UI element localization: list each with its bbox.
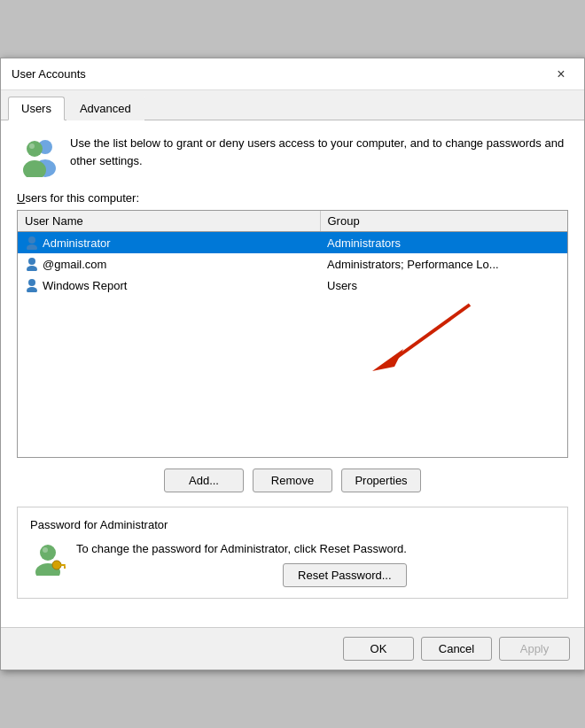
table-row[interactable]: Windows ReportUsers <box>18 275 567 296</box>
main-content: Use the list below to grant or deny user… <box>1 120 584 627</box>
action-buttons-row: Add... Remove Properties <box>17 469 568 492</box>
arrow-area <box>18 296 567 384</box>
svg-point-2 <box>27 141 43 157</box>
svg-point-9 <box>28 279 35 286</box>
remove-button[interactable]: Remove <box>253 469 332 492</box>
svg-rect-17 <box>59 564 66 566</box>
password-icon <box>30 540 66 576</box>
user-table: User Name Group AdministratorAdministrat… <box>18 211 567 296</box>
svg-point-6 <box>27 244 37 250</box>
user-row-icon <box>25 278 39 292</box>
close-button[interactable]: × <box>549 62 573 87</box>
svg-point-5 <box>28 236 35 244</box>
password-section-title: Password for Administrator <box>30 518 555 531</box>
svg-point-8 <box>27 266 37 271</box>
svg-marker-12 <box>372 349 403 371</box>
user-row-icon <box>25 236 39 250</box>
user-group: Users <box>320 275 567 296</box>
users-section-label: Users for this computer: <box>17 191 568 205</box>
dialog-footer: OK Cancel Apply <box>1 627 584 670</box>
reset-btn-container: Reset Password... <box>76 563 407 587</box>
info-text: Use the list below to grant or deny user… <box>70 135 568 169</box>
tab-users[interactable]: Users <box>8 97 65 120</box>
table-row[interactable]: AdministratorAdministrators <box>18 232 567 254</box>
user-row-icon <box>25 257 39 271</box>
info-section: Use the list below to grant or deny user… <box>17 135 568 177</box>
column-header-username: User Name <box>18 211 320 232</box>
password-inner: To change the password for Administrator… <box>30 540 555 587</box>
svg-point-7 <box>28 258 35 265</box>
password-text-area: To change the password for Administrator… <box>76 540 407 587</box>
table-row[interactable]: @gmail.comAdministrators; Performance Lo… <box>18 253 567 275</box>
user-group: Administrators <box>320 232 567 254</box>
add-button[interactable]: Add... <box>164 469 244 492</box>
title-bar: User Accounts × <box>1 58 584 90</box>
user-name: Windows Report <box>43 279 127 292</box>
user-table-container: User Name Group AdministratorAdministrat… <box>17 210 568 458</box>
svg-point-13 <box>40 545 56 561</box>
svg-point-10 <box>27 287 37 292</box>
cancel-button[interactable]: Cancel <box>421 637 492 661</box>
user-name: @gmail.com <box>43 258 106 271</box>
properties-button[interactable]: Properties <box>341 469 421 492</box>
password-text: To change the password for Administrator… <box>76 540 407 558</box>
window-title: User Accounts <box>12 67 86 81</box>
svg-rect-18 <box>64 566 66 569</box>
password-section: Password for Administrator To change the… <box>17 507 568 599</box>
apply-button[interactable]: Apply <box>499 637 570 661</box>
arrow-icon <box>337 296 496 384</box>
users-icon <box>17 135 59 177</box>
svg-line-11 <box>390 305 470 362</box>
column-header-group: Group <box>320 211 567 232</box>
reset-password-button[interactable]: Reset Password... <box>283 563 407 587</box>
user-accounts-dialog: User Accounts × Users Advanced Use the l… <box>0 58 585 670</box>
svg-point-15 <box>43 547 48 553</box>
tab-advanced[interactable]: Advanced <box>66 97 144 120</box>
ok-button[interactable]: OK <box>343 637 414 661</box>
svg-point-4 <box>29 143 35 149</box>
user-name: Administrator <box>43 236 111 250</box>
tab-bar: Users Advanced <box>1 90 584 120</box>
user-group: Administrators; Performance Lo... <box>320 253 567 275</box>
